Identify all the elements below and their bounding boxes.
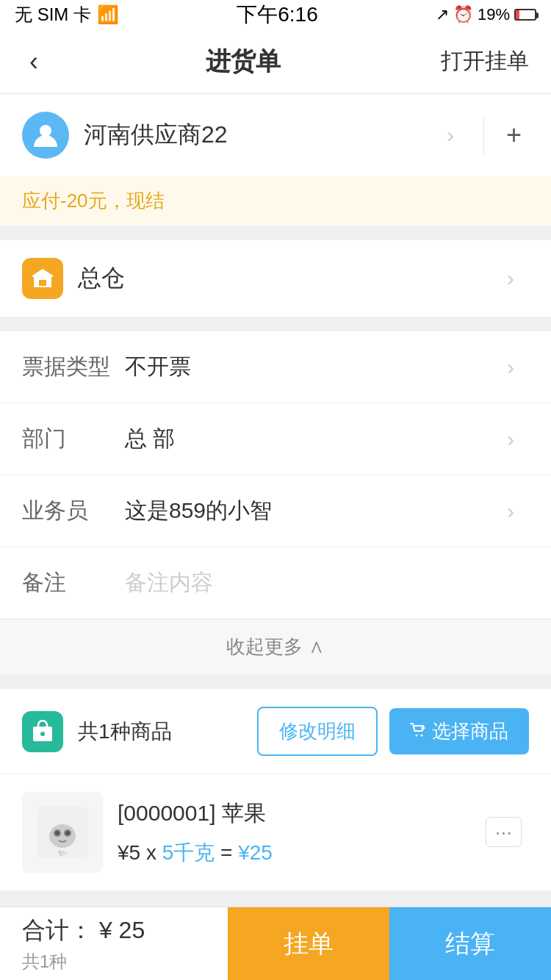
staff-value: 这是859的小智 <box>125 496 507 526</box>
svg-point-4 <box>416 735 418 737</box>
product-qty: 5千克 <box>162 841 215 864</box>
bottom-bar: 合计： ¥ 25 共1种 挂单 结算 <box>0 907 551 980</box>
warehouse-icon <box>22 258 63 299</box>
product-item: 智+ [0000001] 苹果 ¥5 x 5千克 = ¥25 ··· <box>0 774 551 890</box>
dept-label: 部门 <box>22 424 125 454</box>
product-thumbnail: 智+ <box>22 792 103 873</box>
svg-point-0 <box>40 125 51 137</box>
staff-label: 业务员 <box>22 496 125 526</box>
svg-point-10 <box>55 831 60 835</box>
dept-row[interactable]: 部门 总 部 › <box>0 403 551 475</box>
supplier-row[interactable]: 河南供应商22 › + <box>0 94 551 176</box>
remark-input[interactable]: 备注内容 <box>125 568 529 598</box>
invoice-chevron-icon: › <box>507 355 514 380</box>
products-count: 共1种商品 <box>78 718 257 746</box>
warehouse-chevron-icon: › <box>507 266 514 291</box>
battery-label: 19% <box>478 5 510 24</box>
product-name: [0000001] 苹果 <box>118 799 478 829</box>
multiply-sign: x <box>146 841 156 864</box>
divider <box>483 117 484 154</box>
chevron-right-icon: › <box>447 123 454 148</box>
status-bar-right: ↗ ⏰ 19% <box>436 5 536 24</box>
product-total: ¥25 <box>238 841 273 864</box>
more-dots-icon: ··· <box>486 817 522 847</box>
status-bar: 无 SIM 卡 📶 下午6:16 ↗ ⏰ 19% <box>0 0 551 29</box>
svg-point-11 <box>65 831 70 835</box>
supplier-avatar <box>22 112 69 159</box>
alarm-icon: ⏰ <box>453 5 473 24</box>
equals-sign: = <box>220 841 232 864</box>
dept-chevron-icon: › <box>507 427 514 452</box>
total-count: 共1种 <box>22 950 206 973</box>
invoice-value: 不开票 <box>125 352 507 382</box>
collapse-row[interactable]: 收起更多 ∧ <box>0 619 551 674</box>
collapse-label: 收起更多 ∧ <box>226 634 324 660</box>
product-info: [0000001] 苹果 ¥5 x 5千克 = ¥25 <box>118 799 478 867</box>
bottom-total: 合计： ¥ 25 共1种 <box>0 915 228 973</box>
unit-price: ¥5 <box>118 841 140 864</box>
product-title: 苹果 <box>222 801 266 825</box>
svg-point-5 <box>421 735 423 737</box>
open-hang-button[interactable]: 打开挂单 <box>441 46 529 76</box>
main-content: 河南供应商22 › + 应付-20元，现结 总仓 › 票据类型 不开票 › <box>0 94 551 979</box>
form-section: 票据类型 不开票 › 部门 总 部 › 业务员 这是859的小智 › 备注 备注… <box>0 331 551 619</box>
staff-row[interactable]: 业务员 这是859的小智 › <box>0 475 551 547</box>
select-product-label: 选择商品 <box>432 718 508 744</box>
products-section: 共1种商品 修改明细 选择商品 <box>0 689 551 890</box>
total-amount: 合计： ¥ 25 <box>22 915 206 947</box>
svg-point-3 <box>40 732 45 736</box>
remark-label: 备注 <box>22 568 125 598</box>
location-icon: ↗ <box>436 5 449 24</box>
invoice-row[interactable]: 票据类型 不开票 › <box>0 331 551 403</box>
status-bar-time: 下午6:16 <box>237 1 318 29</box>
products-header: 共1种商品 修改明细 选择商品 <box>0 689 551 774</box>
supplier-section: 河南供应商22 › + 应付-20元，现结 <box>0 94 551 226</box>
status-bar-left: 无 SIM 卡 📶 <box>15 3 119 26</box>
product-more-button[interactable]: ··· <box>478 813 529 851</box>
supplier-alert: 应付-20元，现结 <box>0 176 551 226</box>
edit-detail-button[interactable]: 修改明细 <box>257 707 378 756</box>
wifi-icon: 📶 <box>97 4 119 25</box>
checkout-button[interactable]: 结算 <box>389 907 551 981</box>
carrier-label: 无 SIM 卡 <box>15 3 91 26</box>
invoice-label: 票据类型 <box>22 352 125 382</box>
svg-rect-1 <box>39 280 46 286</box>
nav-bar: ‹ 进货单 打开挂单 <box>0 29 551 94</box>
page-title: 进货单 <box>206 45 281 79</box>
back-button[interactable]: ‹ <box>22 39 46 84</box>
supplier-name: 河南供应商22 <box>84 119 447 151</box>
total-label: 合计： <box>22 917 93 943</box>
hang-button[interactable]: 挂单 <box>228 907 389 981</box>
product-price: ¥5 x 5千克 = ¥25 <box>118 839 478 867</box>
add-supplier-button[interactable]: + <box>499 120 529 151</box>
total-value: ¥ 25 <box>99 917 145 943</box>
warehouse-label: 总仓 <box>78 262 507 295</box>
staff-chevron-icon: › <box>507 499 514 524</box>
select-product-button[interactable]: 选择商品 <box>389 708 529 754</box>
products-icon <box>22 711 63 752</box>
product-code: [0000001] <box>118 801 215 825</box>
dept-value: 总 部 <box>125 424 507 454</box>
svg-text:智+: 智+ <box>58 850 68 857</box>
warehouse-row[interactable]: 总仓 › <box>0 240 551 317</box>
remark-row[interactable]: 备注 备注内容 <box>0 547 551 619</box>
battery-icon <box>514 9 536 21</box>
warehouse-section: 总仓 › <box>0 240 551 317</box>
cart-icon <box>410 720 426 743</box>
